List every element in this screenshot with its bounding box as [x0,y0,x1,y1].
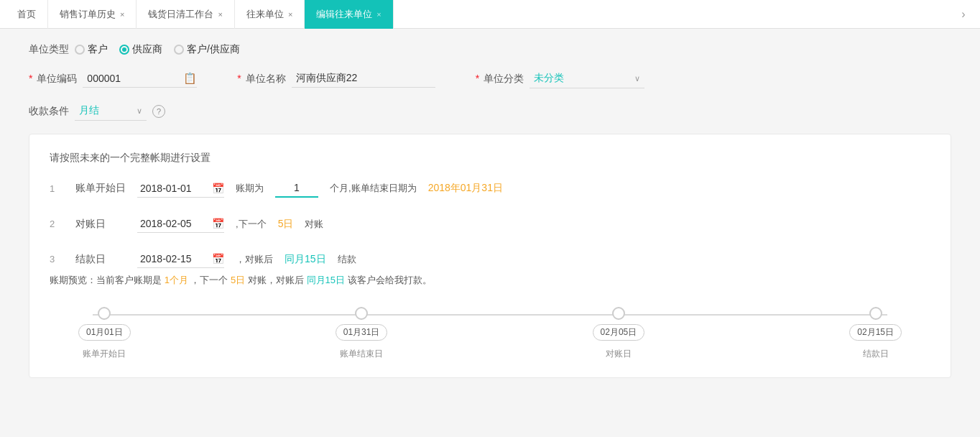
preview-part2: 5日 [231,275,245,285]
chevron-down-icon: ∨ [634,74,640,83]
payment-condition-row: 收款条件 月结 ∨ ? [29,101,951,121]
clipboard-icon[interactable]: 📋 [183,72,197,85]
radio-label-supplier: 供应商 [132,43,162,56]
unit-category-field: * 单位分类 未分类 ∨ [476,69,644,88]
tabs-bar: 首页 销售订单历史 × 钱货日清工作台 × 往来单位 × 编辑往来单位 × › [0,0,980,29]
radio-label-customer-supplier: 客户/供应商 [187,43,240,56]
start-date-input-wrap: 📅 [137,180,224,198]
tab-home[interactable]: 首页 [6,0,48,29]
unit-code-input[interactable] [83,70,183,87]
preview-part3: 同月15日 [307,275,345,285]
radio-customer[interactable]: 客户 [75,43,108,56]
card-title: 请按照未来的一个完整帐期进行设置 [50,152,930,165]
reconcile-date-input[interactable] [137,215,209,232]
end-date-highlight: 2018年01月31日 [428,182,503,195]
help-icon[interactable]: ? [152,105,165,118]
calendar-icon[interactable]: 📅 [212,218,224,229]
timeline: 01月01日 账单开始日 01月31日 账单结束日 02月05日 对账日 [50,307,930,360]
payment-condition-select[interactable]: 月结 ∨ [75,101,147,121]
unit-code-label: * 单位编码 [29,73,77,86]
node-circle-1 [98,307,111,320]
period-num-1: 1 [50,183,64,194]
node-desc-2: 账单结束日 [340,348,383,360]
radio-supplier[interactable]: 供应商 [119,43,162,56]
unit-type-row: 单位类型 客户 供应商 客户/供应商 [29,43,951,56]
payment-date-input[interactable] [137,250,209,267]
timeline-node-4: 02月15日 结款日 [849,307,902,360]
payment-condition-value: 月结 [79,104,132,117]
tab-sales-order-history[interactable]: 销售订单历史 × [48,0,137,29]
period-desc-3b: 结款 [338,253,356,266]
payment-condition-field: 收款条件 月结 ∨ ? [29,101,165,121]
start-date-input[interactable] [137,180,209,197]
period-months-input[interactable] [275,179,318,198]
period-num-2: 2 [50,218,64,229]
main-content: 单位类型 客户 供应商 客户/供应商 * 单位编码 [0,29,980,437]
preview-suffix: 该客户会给我打款。 [348,275,432,285]
period-row-2: 2 对账日 📅 ,下一个 5日 对账 [50,215,930,233]
period-label-3: 结款日 [75,253,126,266]
unit-name-input[interactable] [292,70,435,88]
unit-category-select[interactable]: 未分类 ∨ [530,69,644,88]
period-desc-1b: 个月,账单结束日期为 [330,182,417,195]
unit-name-label: * 单位名称 [237,73,285,86]
node-circle-2 [355,307,368,320]
period-num-3: 3 [50,254,64,264]
unit-name-field: * 单位名称 [237,70,435,88]
period-row-3: 3 结款日 📅 ，对账后 同月15日 结款 [50,250,930,268]
period-desc-3a: ，对账后 [236,253,273,266]
node-desc-3: 对账日 [606,348,632,360]
unit-category-label: * 单位分类 [476,73,524,86]
radio-circle-customer-supplier [174,45,184,55]
calendar-icon[interactable]: 📅 [212,183,224,194]
node-circle-4 [869,307,882,320]
preview-part1: 1个月 [165,275,188,285]
payment-condition-label: 收款条件 [29,105,69,118]
reconcile-day-highlight: 5日 [278,218,294,231]
close-icon[interactable]: × [120,10,124,19]
chevron-down-icon: ∨ [137,106,142,116]
radio-customer-supplier[interactable]: 客户/供应商 [174,43,240,56]
tab-edit-partner[interactable]: 编辑往来单位 × [305,0,393,29]
preview-sep2: 对账，对账后 [248,275,304,285]
node-circle-3 [612,307,625,320]
timeline-node-1: 01月01日 账单开始日 [78,307,131,360]
calendar-icon[interactable]: 📅 [212,253,224,264]
period-label-2: 对账日 [75,218,126,231]
reconcile-date-input-wrap: 📅 [137,215,224,233]
close-icon[interactable]: × [288,10,292,19]
node-desc-4: 结款日 [863,348,889,360]
unit-type-label: 单位类型 [29,43,69,56]
unit-type-field: 单位类型 客户 供应商 客户/供应商 [29,43,240,56]
timeline-node-2: 01月31日 账单结束日 [336,307,388,360]
period-desc-2b: 对账 [305,218,323,231]
period-row-1: 1 账单开始日 📅 账期为 个月,账单结束日期为 2018年01月31日 [50,179,930,198]
tabs-more-arrow[interactable]: › [953,8,974,21]
unit-info-row: * 单位编码 📋 * 单位名称 * 单位分类 未分类 ∨ [29,69,951,88]
timeline-node-3: 02月05日 对账日 [593,307,645,360]
unit-category-value: 未分类 [534,72,630,85]
unit-type-radio-group: 客户 供应商 客户/供应商 [75,43,240,56]
close-icon[interactable]: × [218,10,222,19]
node-desc-1: 账单开始日 [83,348,126,360]
unit-code-input-wrap: 📋 [83,70,197,88]
node-label-1: 01月01日 [78,324,131,341]
radio-label-customer: 客户 [88,43,108,56]
tab-partner-units[interactable]: 往来单位 × [235,0,305,29]
node-label-2: 01月31日 [336,324,388,341]
period-setting-card: 请按照未来的一个完整帐期进行设置 1 账单开始日 📅 账期为 个月,账单结束日期… [29,134,951,378]
payment-day-highlight: 同月15日 [285,253,326,266]
preview-section: 账期预览：当前客户账期是 1个月 ，下一个 5日 对账，对账后 同月15日 该客… [50,274,930,287]
preview-label: 账期预览：当前客户账期是 [50,275,162,285]
radio-circle-customer [75,45,85,55]
close-icon[interactable]: × [376,10,381,19]
period-desc-1: 账期为 [236,182,264,195]
node-label-3: 02月05日 [593,324,645,341]
unit-code-field: * 单位编码 📋 [29,70,197,88]
payment-date-input-wrap: 📅 [137,250,224,268]
period-desc-2a: ,下一个 [236,218,267,231]
preview-sep1: ，下一个 [190,275,228,285]
tab-cash-work-table[interactable]: 钱货日清工作台 × [137,0,234,29]
node-label-4: 02月15日 [849,324,902,341]
radio-circle-supplier [119,45,129,55]
